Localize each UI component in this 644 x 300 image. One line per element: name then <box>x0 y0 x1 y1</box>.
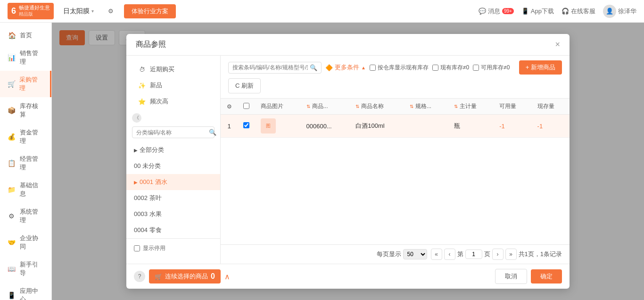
operations-icon: 📋 <box>8 159 16 167</box>
nav-item-frequent[interactable]: ⭐ 频次高 <box>132 93 215 109</box>
table-row[interactable]: 1 图 000600... 白酒100ml <box>221 115 570 138</box>
product-search-input[interactable] <box>232 64 308 71</box>
next-page-btn[interactable]: › <box>492 249 504 260</box>
add-product-btn[interactable]: + 新增商品 <box>519 60 562 75</box>
checkbox-stock[interactable]: 按仓库显示现有库存 <box>370 64 429 72</box>
dialog-title: 商品参照 <box>136 40 166 50</box>
category-item-snack[interactable]: 0004 零食 <box>126 222 220 238</box>
th-name[interactable]: ⇅ 商品名称 <box>350 99 404 115</box>
stock-checkbox[interactable] <box>370 65 376 71</box>
category-item-all[interactable]: ▶ 全部分类 <box>126 142 220 158</box>
user-profile[interactable]: 👤 徐泽华 <box>603 5 636 18</box>
th-name-label: 商品名称 <box>361 102 384 110</box>
row-checkbox[interactable] <box>243 122 249 128</box>
page-nav: « ‹ 第 页 › » 共1页，1条记录 <box>431 249 562 260</box>
category-label-tea: 0002 茶叶 <box>134 194 162 202</box>
cart-icon: 🛒 <box>155 273 162 280</box>
confirm-btn[interactable]: 确定 <box>531 269 562 283</box>
show-disabled[interactable]: 显示停用 <box>126 238 220 258</box>
th-image-label: 商品图片 <box>261 102 283 110</box>
sidebar-item-app-center[interactable]: 📱 应用中心 <box>0 282 51 300</box>
dialog-header: 商品参照 × <box>126 34 570 56</box>
th-stock-label: 现存量 <box>537 102 554 110</box>
category-item-liquor[interactable]: ▶ 0001 酒水 <box>126 174 220 190</box>
nav-label-new: 新品 <box>150 81 162 90</box>
app-download-item[interactable]: 📱 App下载 <box>521 7 554 16</box>
cart-label: 连续选择的商品 <box>165 272 208 281</box>
right-panel: 🔍 🔶 更多条件 ▲ 按仓库显示现有库存 <box>221 56 570 264</box>
right-toolbar: 🔍 🔶 更多条件 ▲ 按仓库显示现有库存 <box>221 56 570 99</box>
headset-icon: 🎧 <box>561 8 569 15</box>
notification-label: 消息 <box>488 7 500 16</box>
left-panel-nav: ⏱ 近期购买 ✨ 新品 ⭐ 频次高 <box>126 61 220 109</box>
sidebar-label-basic-info: 基础信息 <box>20 181 44 198</box>
sidebar-item-operations[interactable]: 📋 经营管理 <box>0 150 51 176</box>
sidebar-label-app-center: 应用中心 <box>20 287 44 300</box>
sidebar-item-guide[interactable]: 📖 新手引导 <box>0 256 51 282</box>
collapse-btn[interactable]: 《 <box>132 113 141 123</box>
th-settings[interactable]: ⚙ <box>221 99 238 115</box>
nav-label-recent: 近期购买 <box>150 65 174 74</box>
dialog: 商品参照 × ⏱ 近期购买 ✨ 新品 <box>126 34 570 289</box>
select-all-checkbox[interactable] <box>243 103 249 109</box>
store-selector[interactable]: 日太阳膜 ▾ <box>59 5 98 17</box>
search-icon[interactable]: 🔍 <box>310 64 317 71</box>
category-search-icon[interactable]: 🔍 <box>209 129 216 136</box>
last-page-btn[interactable]: » <box>505 249 517 260</box>
category-search-input[interactable] <box>136 129 207 136</box>
sidebar-item-home[interactable]: 🏠 首页 <box>0 26 51 44</box>
settings-icon[interactable]: ⚙ <box>103 4 118 19</box>
dialog-body: ⏱ 近期购买 ✨ 新品 ⭐ 频次高 《 <box>126 56 570 264</box>
sidebar-item-enterprise[interactable]: 🤝 企业协同 <box>0 229 51 256</box>
product-search-box[interactable]: 🔍 <box>228 62 322 74</box>
sidebar-item-purchase[interactable]: 🛒 采购管理 <box>0 71 51 97</box>
page-size-selector[interactable]: 每页显示 10 20 50 100 <box>377 249 427 259</box>
filter-chevron-icon: ▲ <box>361 65 366 70</box>
sidebar-label-finance: 资金管理 <box>20 128 44 145</box>
sidebar-item-inventory[interactable]: 📦 库存核算 <box>0 97 51 124</box>
cancel-btn[interactable]: 取消 <box>495 269 527 284</box>
new-icon: ✨ <box>138 81 146 90</box>
sidebar-item-sales[interactable]: 📊 销售管理 <box>0 44 51 71</box>
sidebar-item-system[interactable]: ⚙ 系统管理 <box>0 203 51 229</box>
sidebar-label-purchase: 采购管理 <box>19 75 42 92</box>
category-label-snack: 0004 零食 <box>134 226 162 234</box>
experience-btn[interactable]: 体验行业方案 <box>124 4 176 18</box>
usable-checkbox[interactable] <box>473 65 479 71</box>
sidebar: 🏠 首页 📊 销售管理 🛒 采购管理 📦 库存核算 💰 资金管理 📋 经营管理 … <box>0 23 52 300</box>
prev-page-btn[interactable]: ‹ <box>444 249 455 260</box>
th-checkbox[interactable] <box>238 99 255 115</box>
nav-item-recent[interactable]: ⏱ 近期购买 <box>132 61 215 77</box>
checkbox-available[interactable]: 现有库存≠0 <box>432 64 469 72</box>
sidebar-label-operations: 经营管理 <box>20 155 44 172</box>
sort-icon-code: ⇅ <box>306 104 310 109</box>
show-disabled-checkbox[interactable] <box>134 245 140 251</box>
refresh-btn[interactable]: C 刷新 <box>228 78 261 93</box>
category-item-tea[interactable]: 0002 茶叶 <box>126 190 220 206</box>
first-page-btn[interactable]: « <box>431 249 442 260</box>
sidebar-item-basic-info[interactable]: 📁 基础信息 <box>0 176 51 203</box>
filter-btn[interactable]: 🔶 更多条件 ▲ <box>325 63 366 72</box>
th-spec[interactable]: ⇅ 规格... <box>404 99 448 115</box>
category-search-box[interactable]: 🔍 <box>132 126 215 138</box>
th-unit-label: 主计量 <box>460 102 477 110</box>
th-code[interactable]: ⇅ 商品... <box>301 99 350 115</box>
sidebar-item-finance[interactable]: 💰 资金管理 <box>0 124 51 150</box>
column-settings-icon[interactable]: ⚙ <box>227 103 232 110</box>
nav-item-new[interactable]: ✨ 新品 <box>132 77 215 93</box>
online-service-item[interactable]: 🎧 在线客服 <box>561 7 595 16</box>
cart-btn[interactable]: 🛒 连续选择的商品 0 <box>149 269 221 283</box>
page-input[interactable] <box>465 250 482 259</box>
collapse-icon[interactable]: ∧ <box>224 272 230 281</box>
cell-checkbox[interactable] <box>238 115 255 138</box>
help-icon[interactable]: ? <box>134 271 145 282</box>
th-unit[interactable]: ⇅ 主计量 <box>448 99 494 115</box>
notification-item[interactable]: 💬 消息 99+ <box>479 7 514 16</box>
checkbox-usable[interactable]: 可用库存≠0 <box>473 64 510 72</box>
available-checkbox[interactable] <box>432 65 438 71</box>
sidebar-label-home: 首页 <box>20 31 32 40</box>
per-page-select[interactable]: 10 20 50 100 <box>403 249 427 259</box>
category-item-uncategorized[interactable]: 00 未分类 <box>126 158 220 174</box>
category-item-fruit[interactable]: 0003 水果 <box>126 206 220 222</box>
dialog-close-btn[interactable]: × <box>555 40 560 50</box>
